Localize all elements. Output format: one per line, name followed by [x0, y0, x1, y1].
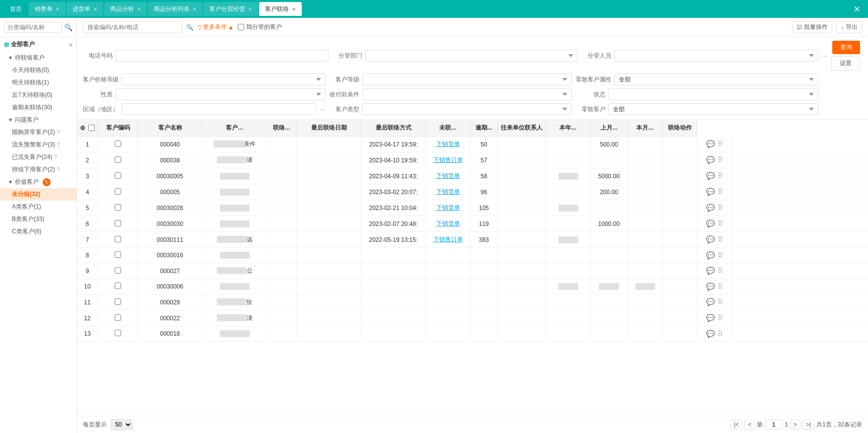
select-all-checkbox[interactable] [88, 125, 95, 131]
collapse-icon[interactable]: « [69, 41, 72, 48]
grid-action-icon[interactable]: ⠿ [718, 188, 723, 196]
chat-icon[interactable]: 💬 [706, 204, 715, 212]
last-contact-way[interactable]: 下销货单 [436, 172, 460, 179]
sidebar-item-class-c[interactable]: C类客户(6) [0, 225, 76, 238]
dept-select[interactable] [365, 50, 578, 62]
last-contact-way[interactable]: 下销货单 [436, 141, 460, 147]
nav-tab-product-analysis[interactable]: 商品分析 ✕ [104, 2, 147, 16]
col-overdue-header[interactable]: 逾期... [470, 120, 498, 137]
row-checkbox[interactable] [115, 172, 121, 179]
first-page-btn[interactable]: |< [731, 420, 742, 430]
status-select[interactable] [608, 88, 818, 100]
grid-action-icon[interactable]: ⠿ [718, 204, 723, 212]
col-thisyear-header[interactable]: 本年... [546, 120, 591, 137]
next-page-btn[interactable]: > [790, 420, 801, 430]
search-icon[interactable]: 🔍 [186, 24, 194, 31]
query-btn[interactable]: 查询 [832, 41, 860, 54]
nav-home[interactable]: 首页 [4, 5, 28, 13]
last-contact-way[interactable]: 下销售订单 [433, 156, 463, 163]
grid-action-icon[interactable]: ⠿ [718, 235, 723, 243]
pending-contact-group[interactable]: ▼ 待联络客户 [0, 52, 76, 64]
col-thismonth-header[interactable]: 本月... [628, 120, 663, 137]
price-select[interactable] [122, 73, 326, 85]
sidebar-item-7days[interactable]: 近7天待联络(0) [0, 89, 76, 101]
col-type-header[interactable]: 客户... [202, 120, 267, 137]
nav-tab-customer-contact[interactable]: 客户联络 ✕ [259, 2, 302, 16]
chat-icon[interactable]: 💬 [706, 188, 715, 196]
chat-icon[interactable]: 💬 [706, 156, 715, 164]
close-icon[interactable]: ✕ [193, 6, 197, 12]
grid-action-icon[interactable]: ⠿ [718, 251, 723, 259]
row-checkbox[interactable] [115, 156, 121, 163]
grid-action-icon[interactable]: ⠿ [718, 298, 723, 306]
col-lastdate-header[interactable]: 最后联络日期 [297, 120, 361, 137]
close-icon[interactable]: ✕ [137, 6, 141, 12]
close-icon[interactable]: ✕ [56, 6, 60, 12]
close-icon[interactable]: ✕ [292, 6, 296, 12]
phone-input[interactable] [116, 50, 329, 62]
sidebar-item-class-a[interactable]: A类客户(1) [0, 201, 76, 213]
col-code-header[interactable]: 客户编码 [98, 120, 138, 137]
grid-action-icon[interactable]: ⠿ [718, 156, 723, 164]
grid-action-icon[interactable]: ⠿ [718, 267, 723, 275]
chat-icon[interactable]: 💬 [706, 298, 715, 306]
col-name-header[interactable]: 客户名称 [138, 120, 202, 137]
person-select[interactable] [614, 50, 818, 62]
col-contact-header[interactable]: 联络... [267, 120, 297, 137]
row-checkbox[interactable] [115, 220, 121, 226]
row-checkbox[interactable] [115, 314, 121, 321]
sidebar-item-today[interactable]: 今天待联络(0) [0, 64, 76, 76]
window-close-btn[interactable]: ✕ [850, 4, 864, 14]
value-customer-group[interactable]: ▼ 价值客户 ↻ [0, 176, 76, 188]
grid-action-icon[interactable]: ⠿ [718, 314, 723, 322]
more-conditions-btn[interactable]: ▽ 更多条件 ▲ [198, 23, 234, 31]
close-icon[interactable]: ✕ [93, 6, 97, 12]
sidebar-item-overdue[interactable]: 逾期未联络(30) [0, 101, 76, 114]
row-checkbox[interactable] [115, 141, 121, 147]
col-lastmonth-header[interactable]: 上月... [591, 120, 628, 137]
last-contact-way[interactable]: 下销货单 [436, 188, 460, 195]
col-related-header[interactable]: 往来单位联系人 [498, 120, 546, 137]
my-customers-checkbox-label[interactable]: 我分管的客户 [238, 23, 282, 31]
my-customers-checkbox[interactable] [238, 24, 244, 30]
sidebar-search-icon[interactable]: 🔍 [64, 23, 72, 31]
export-btn[interactable]: ↓ 导出 [836, 21, 862, 33]
chat-icon[interactable]: 💬 [706, 219, 715, 227]
sidebar-item-class-b[interactable]: B类客户(33) [0, 213, 76, 225]
sidebar-item-declining[interactable]: 持续下滑客户(2) ? [0, 163, 76, 176]
prev-page-btn[interactable]: < [744, 420, 755, 430]
level-select[interactable] [362, 73, 572, 85]
last-page-btn[interactable]: >| [802, 420, 814, 430]
col-unlinked-header[interactable]: 未联... [426, 120, 470, 137]
row-checkbox[interactable] [115, 188, 121, 195]
row-checkbox[interactable] [115, 267, 121, 274]
row-checkbox[interactable] [115, 251, 121, 258]
row-checkbox[interactable] [115, 236, 121, 242]
nav-tab-customer-segment[interactable]: 客户分层经营 ✕ [203, 2, 258, 16]
last-contact-way[interactable]: 下销货单 [436, 220, 460, 227]
chat-icon[interactable]: 💬 [706, 172, 715, 180]
nav-tab-purchase[interactable]: 进货单 ✕ [67, 2, 103, 16]
more-dots-icon[interactable]: ··· [320, 105, 326, 113]
nav-tab-sales[interactable]: 销售单 ✕ [29, 2, 66, 16]
sidebar-item-abnormal[interactable]: 囤购异常客户(2) ? [0, 126, 76, 139]
chat-icon[interactable]: 💬 [706, 283, 715, 290]
col-action-header[interactable]: 联络动作 [663, 120, 697, 137]
sidebar-search-input[interactable] [4, 22, 62, 33]
problem-customer-group[interactable]: ▼ 问题客户 [0, 114, 76, 126]
batch-op-btn[interactable]: ☑ 批量操作 [792, 21, 832, 33]
chat-icon[interactable]: 💬 [706, 267, 715, 275]
all-customers-header[interactable]: ⊞ 全部客户 « [0, 37, 76, 52]
last-contact-way[interactable]: 下销售订单 [433, 236, 463, 243]
chat-icon[interactable]: 💬 [706, 235, 715, 243]
region-input[interactable] [122, 103, 317, 115]
attr-select[interactable]: 全部 [614, 73, 818, 85]
reset-btn[interactable]: 设置 [831, 56, 860, 71]
grid-action-icon[interactable]: ⠿ [718, 330, 723, 338]
grid-action-icon[interactable]: ⠿ [718, 172, 723, 180]
grid-action-icon[interactable]: ⠿ [718, 219, 723, 227]
search-input[interactable] [83, 21, 182, 33]
nature-select[interactable] [116, 88, 326, 100]
sidebar-item-churned[interactable]: 已流失客户(24) ? [0, 151, 76, 163]
custtype-select[interactable] [362, 103, 572, 115]
